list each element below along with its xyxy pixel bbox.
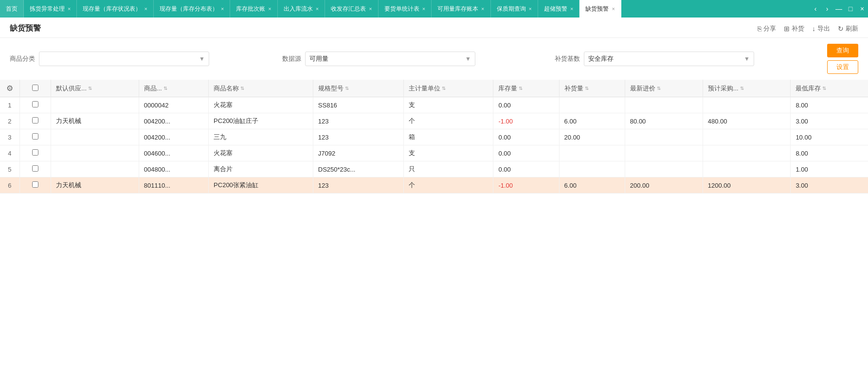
row-spec: J7092 bbox=[313, 145, 403, 161]
th-est-purchase-sort[interactable]: 预计采购... ⇅ bbox=[708, 84, 744, 93]
row-sku: 004600... bbox=[139, 145, 208, 161]
th-spec-sort[interactable]: 规格型号 ⇅ bbox=[318, 84, 349, 93]
setting-button[interactable]: 设置 bbox=[827, 60, 858, 74]
close-tab-shortage[interactable]: × bbox=[612, 6, 615, 12]
close-tab-order-stat[interactable]: × bbox=[422, 6, 425, 12]
th-latest-price-sort[interactable]: 最新进价 ⇅ bbox=[630, 84, 661, 93]
close-tab-inout-flow[interactable]: × bbox=[316, 6, 319, 12]
tab-stock-status[interactable]: 现存量（库存状况表） × bbox=[77, 0, 153, 18]
replenish-base-filter-group: 补货基数 安全库存 ▼ bbox=[555, 52, 817, 66]
row-unit: 只 bbox=[403, 161, 493, 177]
tab-stock-dist[interactable]: 现存量（库存分布表） × bbox=[154, 0, 230, 18]
row-stock: -1.00 bbox=[493, 113, 559, 129]
share-button[interactable]: ⎘ 分享 bbox=[758, 24, 776, 33]
tab-batch[interactable]: 库存批次账 × bbox=[230, 0, 277, 18]
close-tab-overstock[interactable]: × bbox=[570, 6, 573, 12]
row-checkbox[interactable] bbox=[32, 149, 38, 156]
th-supplier-sort[interactable]: 默认供应... ⇅ bbox=[56, 84, 92, 93]
tab-order-stat[interactable]: 要货单统计表 × bbox=[379, 0, 432, 18]
row-latest-price: 200.00 bbox=[625, 177, 703, 194]
row-replenish bbox=[559, 161, 625, 177]
th-min-stock-sort[interactable]: 最低库存 ⇅ bbox=[796, 84, 826, 93]
replenish-button[interactable]: ⊞ 补货 bbox=[784, 24, 804, 33]
close-tab-expiry[interactable]: × bbox=[529, 6, 532, 12]
refresh-button[interactable]: ↻ 刷新 bbox=[838, 24, 858, 33]
tab-bar: 首页 拣货异常处理 × 现存量（库存状况表） × 现存量（库存分布表） × 库存… bbox=[0, 0, 868, 18]
table-row: 5 004800... 离合片 DS250*23c... 只 0.00 1.00 bbox=[0, 161, 868, 177]
row-min-stock: 3.00 bbox=[791, 113, 868, 129]
unit-sort-icon: ⇅ bbox=[442, 86, 446, 91]
category-label: 商品分类 bbox=[10, 54, 35, 63]
row-checkbox-cell[interactable] bbox=[19, 177, 51, 194]
close-tab-exception[interactable]: × bbox=[68, 6, 71, 12]
row-min-stock: 3.00 bbox=[791, 177, 868, 194]
spec-sort-icon: ⇅ bbox=[345, 86, 349, 91]
th-unit-sort[interactable]: 主计量单位 ⇅ bbox=[409, 84, 446, 93]
row-sku: 004200... bbox=[139, 129, 208, 145]
replenish-base-select[interactable]: 安全库存 ▼ bbox=[584, 52, 754, 66]
datasource-select[interactable]: 可用量 ▼ bbox=[305, 52, 475, 66]
close-tab-collect[interactable]: × bbox=[369, 6, 372, 12]
window-close-btn[interactable]: × bbox=[856, 5, 868, 13]
row-stock: -1.00 bbox=[493, 177, 559, 194]
row-checkbox-cell[interactable] bbox=[19, 129, 51, 145]
row-checkbox[interactable] bbox=[32, 133, 38, 140]
category-select[interactable]: ▼ bbox=[39, 52, 209, 66]
th-sku-sort[interactable]: 商品... ⇅ bbox=[144, 84, 167, 93]
row-checkbox[interactable] bbox=[32, 165, 38, 172]
tab-prev-btn[interactable]: ‹ bbox=[810, 5, 821, 13]
row-latest-price bbox=[625, 129, 703, 145]
row-spec: SS816 bbox=[313, 97, 403, 113]
th-stock-sort[interactable]: 库存量 ⇅ bbox=[498, 84, 523, 93]
row-checkbox-cell[interactable] bbox=[19, 113, 51, 129]
row-name: 火花塞 bbox=[209, 145, 313, 161]
sku-sort-icon: ⇅ bbox=[163, 86, 167, 91]
window-minimize-btn[interactable]: — bbox=[833, 5, 845, 13]
row-latest-price: 80.00 bbox=[625, 113, 703, 129]
th-settings: ⚙ bbox=[0, 80, 19, 97]
row-checkbox[interactable] bbox=[32, 181, 38, 188]
row-spec: 123 bbox=[313, 177, 403, 194]
table-body: 1 0000042 火花塞 SS816 支 0.00 8.00 2 力天机械 0… bbox=[0, 97, 868, 194]
close-tab-stock-dist[interactable]: × bbox=[221, 6, 224, 12]
tab-collect[interactable]: 收发存汇总表 × bbox=[325, 0, 378, 18]
supplier-sort-icon: ⇅ bbox=[88, 86, 92, 91]
row-name: 三九 bbox=[209, 129, 313, 145]
row-sku: 004800... bbox=[139, 161, 208, 177]
row-checkbox-cell[interactable] bbox=[19, 161, 51, 177]
tab-overstock[interactable]: 超储预警 × bbox=[538, 0, 579, 18]
close-tab-available[interactable]: × bbox=[481, 6, 484, 12]
tab-exception[interactable]: 拣货异常处理 × bbox=[24, 0, 77, 18]
tab-available[interactable]: 可用量库存账本 × bbox=[432, 0, 490, 18]
row-checkbox[interactable] bbox=[32, 101, 38, 107]
th-replenish-sort[interactable]: 补货量 ⇅ bbox=[564, 84, 589, 93]
row-checkbox[interactable] bbox=[32, 117, 38, 123]
row-unit: 个 bbox=[403, 113, 493, 129]
column-settings-icon[interactable]: ⚙ bbox=[6, 84, 13, 92]
close-tab-batch[interactable]: × bbox=[268, 6, 271, 12]
tab-expiry[interactable]: 保质期查询 × bbox=[491, 0, 538, 18]
row-replenish bbox=[559, 97, 625, 113]
window-maximize-btn[interactable]: □ bbox=[845, 5, 856, 13]
stock-sort-icon: ⇅ bbox=[519, 86, 523, 91]
tab-shortage[interactable]: 缺货预警 × bbox=[579, 0, 621, 18]
row-stock: 0.00 bbox=[493, 129, 559, 145]
export-button[interactable]: ↓ 导出 bbox=[812, 24, 830, 33]
query-button[interactable]: 查询 bbox=[827, 44, 858, 57]
row-unit: 支 bbox=[403, 97, 493, 113]
row-sku: 004200... bbox=[139, 113, 208, 129]
th-checkbox bbox=[19, 80, 51, 97]
th-name-sort[interactable]: 商品名称 ⇅ bbox=[214, 84, 244, 93]
tab-home[interactable]: 首页 bbox=[0, 0, 24, 18]
row-supplier bbox=[51, 161, 139, 177]
tab-inout-flow[interactable]: 出入库流水 × bbox=[278, 0, 325, 18]
tab-next-btn[interactable]: › bbox=[821, 5, 833, 13]
est-purchase-sort-icon: ⇅ bbox=[740, 86, 744, 91]
row-checkbox-cell[interactable] bbox=[19, 145, 51, 161]
row-num: 3 bbox=[0, 129, 19, 145]
row-checkbox-cell[interactable] bbox=[19, 97, 51, 113]
close-tab-stock-status[interactable]: × bbox=[144, 6, 147, 12]
header-actions: ⎘ 分享 ⊞ 补货 ↓ 导出 ↻ 刷新 bbox=[758, 24, 858, 33]
table-row: 2 力天机械 004200... PC200油缸庄子 123 个 -1.00 6… bbox=[0, 113, 868, 129]
select-all-checkbox[interactable] bbox=[32, 85, 38, 91]
